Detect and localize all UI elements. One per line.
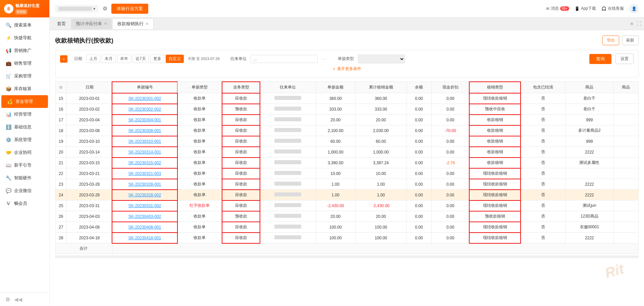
- col-goods1: 商品: [565, 82, 613, 93]
- cell-no: 27: [55, 222, 67, 233]
- cell-bill-no: SK-20230331-002: [112, 200, 177, 211]
- cell-settled: 否: [521, 190, 565, 200]
- cell-verified: 3,387.24: [355, 158, 407, 168]
- sidebar-item-4[interactable]: 🛒采购管理: [0, 70, 49, 82]
- cell-amount: 1.00: [316, 190, 355, 200]
- cell-bill-type: 收款单: [177, 115, 222, 125]
- cell-settled: 否: [521, 93, 565, 104]
- date-btn-lastmonth[interactable]: 上月: [86, 55, 100, 63]
- refresh-button[interactable]: 刷新: [622, 36, 639, 45]
- cell-settled: 否: [521, 233, 565, 243]
- cell-no: 20: [55, 147, 67, 158]
- query-button[interactable]: 查询: [589, 54, 611, 64]
- cell-date: 2023-03-28: [67, 179, 112, 190]
- sidebar-item-2[interactable]: 📢营销推广: [0, 44, 49, 57]
- cell-balance: 0.00: [407, 115, 431, 125]
- cell-partner: [260, 115, 316, 125]
- cell-amount: 1.00: [316, 179, 355, 190]
- cell-partner: [260, 125, 316, 136]
- cell-biz-type: 应收款: [222, 136, 260, 147]
- date-btn-7days[interactable]: 近7天: [132, 55, 149, 63]
- sidebar-item-7[interactable]: 📊经营管理: [0, 108, 49, 121]
- tab-collection[interactable]: 收款核销执行 ✕: [112, 18, 154, 29]
- online-service-button[interactable]: 🎧 在线客服: [601, 6, 624, 11]
- tab-close-all-icon[interactable]: ✕: [630, 21, 634, 26]
- cell-settled: 否: [521, 147, 565, 158]
- app-download-button[interactable]: 📱 App下载: [575, 6, 596, 11]
- sidebar-item-5[interactable]: 📦库存核算: [0, 82, 49, 95]
- sidebar-item-14[interactable]: V畅会员: [0, 197, 49, 210]
- date-btn-thismonth[interactable]: 本月: [102, 55, 116, 63]
- cell-verify-type: 现结收款核销: [469, 190, 521, 200]
- sidebar-item-0[interactable]: 🔍搜索菜单: [0, 19, 49, 32]
- partner-input[interactable]: [251, 55, 318, 63]
- cell-verified: 333.00: [355, 104, 407, 115]
- sidebar-item-11[interactable]: 📖新手引导: [0, 159, 49, 172]
- collapse-icon[interactable]: ◀◀: [14, 296, 22, 303]
- table-scrollbar[interactable]: [55, 255, 639, 258]
- sidebar-item-3[interactable]: 💼销售管理: [0, 57, 49, 70]
- solution-button[interactable]: 体验行业方案: [111, 4, 148, 14]
- sidebar-bottom: ⚙ ◀◀: [0, 293, 49, 306]
- date-btn-thisyear[interactable]: 本年: [117, 55, 131, 63]
- cell-goods2: [613, 125, 638, 136]
- sidebar-item-13[interactable]: 💬企业微信: [0, 184, 49, 197]
- message-button[interactable]: ✉ 消息 99+: [546, 6, 569, 11]
- cell-date: 2023-03-01: [67, 93, 112, 104]
- cell-verified: 20.00: [355, 115, 407, 125]
- company-selector[interactable]: ▾: [55, 5, 99, 12]
- tab-expand-icon[interactable]: ⛶: [637, 21, 641, 26]
- sidebar-item-6[interactable]: 💰资金管理: [1, 95, 48, 108]
- sidebar-item-8[interactable]: ℹ️基础信息: [0, 121, 49, 133]
- sidebar-item-10[interactable]: 🤝企业协同: [0, 146, 49, 159]
- cell-bill-no: SK-20230403-002: [112, 211, 177, 222]
- cell-goods2: [613, 190, 638, 200]
- cell-partner: [260, 190, 316, 200]
- cell-partner: [260, 104, 316, 115]
- filter-toggle-button[interactable]: »: [60, 55, 67, 63]
- settings-icon[interactable]: ⚙: [5, 296, 10, 303]
- cell-partner: [260, 136, 316, 147]
- cell-goods2: [613, 93, 638, 104]
- cell-verified: 20.00: [355, 211, 407, 222]
- col-settled: 包含已结清: [521, 82, 565, 93]
- cell-discount: 0.00: [431, 211, 469, 222]
- tab-close-prepay[interactable]: ✕: [104, 21, 107, 26]
- cell-balance: 0.00: [407, 147, 431, 158]
- col-biz-type: 业务类型: [222, 82, 260, 93]
- cell-amount: 3,390.00: [316, 158, 355, 168]
- tabbar: 首页 预计冲应付单 ✕ 收款核销执行 ✕ ✕ ⛶: [50, 17, 644, 30]
- cell-biz-type: 应收款: [222, 115, 260, 125]
- cell-biz-type: 应收款: [222, 168, 260, 179]
- tab-close-collection[interactable]: ✕: [146, 22, 149, 26]
- sidebar-item-1[interactable]: ⚡快捷导航: [0, 32, 49, 44]
- cell-amount: -2,430.00: [316, 200, 355, 211]
- cell-goods1: 2222: [565, 147, 613, 158]
- cell-goods1: [565, 168, 613, 179]
- cell-goods2: [613, 222, 638, 233]
- col-date: 日期: [67, 82, 112, 93]
- expand-more[interactable]: ∨ 展开更多条件: [60, 64, 634, 74]
- export-button[interactable]: 导出: [602, 36, 619, 45]
- message-icon: ✉: [546, 6, 549, 11]
- cell-partner: [260, 147, 316, 158]
- tab-prepay[interactable]: 预计冲应付单 ✕: [71, 18, 112, 29]
- cell-verified: 1,000.00: [355, 147, 407, 158]
- cell-amount: 360.00: [316, 93, 355, 104]
- tab-home[interactable]: 首页: [52, 18, 70, 29]
- date-btn-custom[interactable]: 自定义: [166, 55, 184, 63]
- cell-bill-type: 收款单: [177, 222, 222, 233]
- bill-type-select[interactable]: [358, 55, 405, 63]
- sidebar-item-9[interactable]: ⚙️系统管理: [0, 133, 49, 146]
- cell-partner: [260, 200, 316, 211]
- settings-button[interactable]: 设置: [615, 54, 634, 64]
- cell-discount: 0.00: [431, 147, 469, 158]
- cell-verified: 60.00: [355, 136, 407, 147]
- cell-date: 2023-04-08: [67, 222, 112, 233]
- cell-balance: 0.00: [407, 136, 431, 147]
- date-btn-more[interactable]: 更多: [150, 55, 164, 63]
- user-avatar[interactable]: 👤: [629, 4, 639, 13]
- sidebar-item-12[interactable]: 🔧智能硬件: [0, 172, 49, 184]
- gear-icon[interactable]: ⚙: [103, 5, 107, 12]
- col-gear[interactable]: ⚙: [55, 82, 67, 93]
